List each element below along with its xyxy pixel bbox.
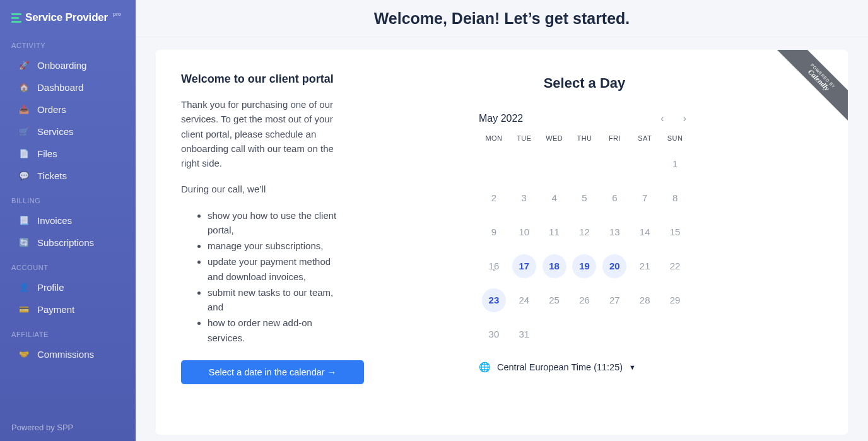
calendar-day: 22 — [660, 254, 690, 278]
calendar-panel: Select a Day May 2022 ‹ › MONTUEWEDTHUFR… — [351, 50, 848, 435]
sidebar-item-label: Commissions — [37, 349, 94, 360]
brand-sup: pro — [113, 11, 121, 17]
sidebar-section-label: ACTIVITY — [0, 32, 136, 54]
next-month-icon[interactable]: › — [683, 113, 686, 124]
calendar-dow: WED — [539, 134, 570, 142]
calendar-dow: MON — [479, 134, 509, 142]
sidebar-item-orders[interactable]: 📥Orders — [0, 98, 136, 121]
portal-paragraph-2: During our call, we’ll — [181, 182, 340, 196]
calendar-dow: TUE — [509, 134, 539, 142]
calendar-day: 2 — [479, 186, 509, 210]
calendar-day — [479, 152, 509, 176]
calendar-day — [509, 152, 539, 176]
calendar-day: 28 — [630, 288, 660, 312]
prev-month-icon[interactable]: ‹ — [660, 113, 664, 124]
calendar-day: 9 — [479, 220, 509, 244]
sidebar-item-label: Onboarding — [37, 60, 86, 71]
calendar-day: 12 — [570, 220, 600, 244]
welcome-heading: Welcome, Deian! Let’s get started. — [136, 0, 868, 37]
chat-icon: 💬 — [19, 171, 29, 180]
calendar-day: 14 — [630, 220, 660, 244]
calendar-day: 11 — [539, 220, 570, 244]
sidebar-item-label: Profile — [37, 282, 64, 293]
calendar-day-available[interactable]: 18 — [539, 254, 570, 278]
calendar-grid: MONTUEWEDTHUFRISATSUN1234567891011121314… — [479, 134, 690, 346]
brand-name: Service Provider — [25, 11, 108, 24]
sidebar-item-label: Tickets — [37, 170, 67, 181]
onboarding-card: POWERED BY Calendly Welcome to our clien… — [156, 50, 848, 435]
sidebar-item-files[interactable]: 📄Files — [0, 143, 136, 165]
calendar-day-available[interactable]: 17 — [509, 254, 539, 278]
calendar-day: 1 — [660, 152, 690, 176]
calendar-day: 7 — [630, 186, 660, 210]
sidebar-item-tickets[interactable]: 💬Tickets — [0, 165, 136, 187]
timezone-label: Central European Time (11:25) — [497, 362, 623, 372]
home-icon: 🏠 — [19, 83, 29, 92]
sidebar-item-onboarding[interactable]: 🚀Onboarding — [0, 54, 136, 76]
sidebar-item-subscriptions[interactable]: 🔄Subscriptions — [0, 232, 136, 254]
select-day-heading: Select a Day — [479, 75, 690, 91]
calendar-day: 24 — [509, 288, 539, 312]
calendar-day — [539, 152, 570, 176]
portal-intro: Welcome to our client portal Thank you f… — [156, 50, 351, 435]
calendar-day-available[interactable]: 19 — [570, 254, 600, 278]
calendar-day: 25 — [539, 288, 570, 312]
select-date-button[interactable]: Select a date in the calendar → — [181, 360, 364, 384]
calendar-day-available[interactable]: 23 — [479, 288, 509, 312]
sidebar-item-invoices[interactable]: 📃Invoices — [0, 209, 136, 232]
main: Welcome, Deian! Let’s get started. POWER… — [136, 0, 868, 441]
calendar-dow: SUN — [660, 134, 690, 142]
sidebar-section-label: AFFILIATE — [0, 320, 136, 343]
calendar-day: 6 — [599, 186, 630, 210]
refresh-icon: 🔄 — [19, 238, 29, 247]
sidebar-item-label: Payment — [37, 304, 74, 315]
portal-bullet: manage your subscriptions, — [208, 238, 340, 253]
calendar-day — [570, 152, 600, 176]
portal-bullet-list: show you how to use the client portal,ma… — [181, 208, 340, 345]
calendar-day: 31 — [509, 322, 539, 346]
sidebar-item-label: Files — [37, 148, 57, 159]
sidebar-section-label: ACCOUNT — [0, 254, 136, 276]
calendar-day: 26 — [570, 288, 600, 312]
portal-bullet: show you how to use the client portal, — [208, 208, 340, 238]
doc-icon: 📃 — [19, 216, 29, 225]
cart-icon: 🛒 — [19, 127, 29, 136]
portal-paragraph-1: Thank you for purchasing one of our serv… — [181, 97, 340, 170]
rocket-icon: 🚀 — [19, 61, 29, 70]
calendar-day-available[interactable]: 20 — [599, 254, 630, 278]
calendar-dow: SAT — [630, 134, 660, 142]
sidebar-footer: Powered by SPP — [0, 416, 136, 432]
calendar-day: 21 — [630, 254, 660, 278]
tray-icon: 📥 — [19, 105, 29, 114]
hands-icon: 🤝 — [19, 350, 29, 359]
file-icon: 📄 — [19, 149, 29, 158]
calendar-day: 30 — [479, 322, 509, 346]
sidebar-item-label: Dashboard — [37, 82, 83, 93]
calendar-day: 10 — [509, 220, 539, 244]
timezone-selector[interactable]: 🌐 Central European Time (11:25) ▼ — [479, 362, 690, 373]
globe-icon: 🌐 — [479, 362, 491, 373]
calendar-day: 29 — [660, 288, 690, 312]
calendar-day: 15 — [660, 220, 690, 244]
sidebar-item-commissions[interactable]: 🤝Commissions — [0, 343, 136, 365]
portal-bullet: update your payment method and download … — [208, 254, 340, 284]
sidebar-item-profile[interactable]: 👤Profile — [0, 276, 136, 298]
calendar-day: 3 — [509, 186, 539, 210]
brand-logo[interactable]: Service Provider pro — [0, 11, 136, 32]
sidebar-item-dashboard[interactable]: 🏠Dashboard — [0, 76, 136, 98]
chevron-down-icon: ▼ — [629, 363, 636, 371]
sidebar-item-payment[interactable]: 💳Payment — [0, 298, 136, 320]
sidebar: Service Provider pro ACTIVITY🚀Onboarding… — [0, 0, 136, 441]
sidebar-item-services[interactable]: 🛒Services — [0, 121, 136, 143]
calendar-day: 4 — [539, 186, 570, 210]
logo-bars-icon — [11, 13, 21, 23]
sidebar-item-label: Invoices — [37, 215, 72, 226]
user-icon: 👤 — [19, 283, 29, 292]
portal-bullet: submit new tasks to our team, and — [208, 285, 340, 315]
calendar-month-label: May 2022 — [479, 113, 660, 124]
calendar-day: 27 — [599, 288, 630, 312]
calendar-day: 8 — [660, 186, 690, 210]
sidebar-section-label: BILLING — [0, 187, 136, 209]
card-icon: 💳 — [19, 305, 29, 314]
calendar-day-today: 16 — [479, 254, 509, 278]
